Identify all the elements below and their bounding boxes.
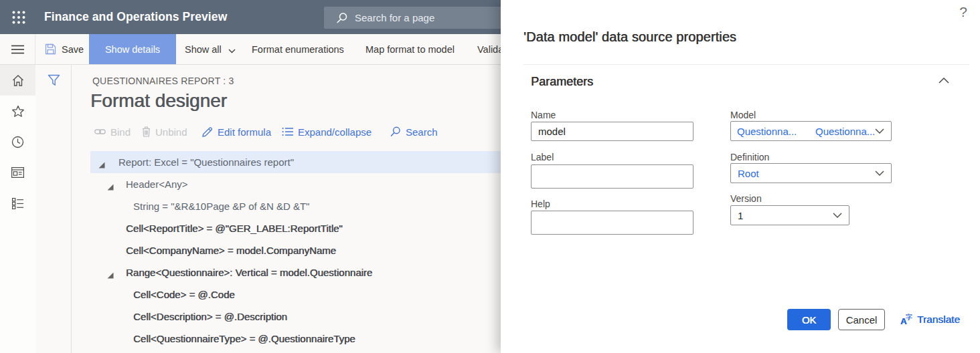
version-value: 1 bbox=[738, 210, 743, 221]
translate-label: Translate bbox=[917, 314, 960, 326]
definition-dropdown[interactable]: Root bbox=[730, 163, 892, 183]
toolbar-item-label: Format enumerations bbox=[252, 44, 344, 55]
chevron-down-icon bbox=[833, 213, 842, 218]
toolbar-item-label: Save bbox=[62, 44, 84, 55]
name-input[interactable] bbox=[531, 122, 693, 141]
save-icon bbox=[45, 43, 56, 55]
sidebar-item-home[interactable] bbox=[0, 65, 35, 96]
clock-icon bbox=[11, 136, 24, 148]
app-launcher-button[interactable] bbox=[9, 8, 28, 27]
chevron-down-icon bbox=[228, 45, 236, 55]
modules-icon bbox=[12, 198, 24, 209]
tree-row[interactable]: Cell<ReportTitle> = @"GER_LABEL:ReportTi… bbox=[90, 217, 501, 239]
model-value-link[interactable]: Questionna... bbox=[737, 126, 797, 137]
divider bbox=[523, 64, 969, 65]
tree-row-label: Cell<Description> = @.Description bbox=[133, 306, 287, 328]
page-caption: QUESTIONNAIRES REPORT : 3 bbox=[92, 76, 234, 86]
tree-row[interactable]: Cell<Description> = @.Description bbox=[90, 306, 501, 328]
action-edit-formula[interactable]: Edit formula bbox=[201, 124, 271, 140]
list-icon bbox=[282, 127, 293, 136]
bind-icon bbox=[94, 128, 106, 136]
version-dropdown[interactable]: 1 bbox=[730, 205, 849, 225]
unbind-icon bbox=[142, 126, 151, 137]
tree-row[interactable]: Header<Any> bbox=[90, 173, 501, 195]
translate-icon: A 字 bbox=[900, 314, 913, 326]
app-title: Finance and Operations Preview bbox=[44, 0, 227, 34]
action-bind: Bind bbox=[94, 124, 131, 140]
definition-field-label: Definition bbox=[730, 152, 892, 162]
sidebar-item-workspaces[interactable] bbox=[0, 157, 35, 188]
toolbar-item-save[interactable]: Save bbox=[45, 34, 84, 64]
toolbar-item-label: Show all bbox=[185, 44, 222, 55]
tree-row-label: String = "&R&10Page &P of &N &D &T" bbox=[133, 195, 309, 217]
tree-row-label: Cell<QuestionnaireType> = @.Questionnair… bbox=[133, 328, 355, 350]
action-label: Bind bbox=[110, 126, 131, 138]
action-label: Expand/collapse bbox=[298, 126, 372, 138]
tree-row[interactable]: String = "&R&10Page &P of &N &D &T" bbox=[90, 195, 501, 217]
toolbar-item-format-enumerations[interactable]: Format enumerations bbox=[252, 34, 344, 64]
action-expand-collapse[interactable]: Expand/collapse bbox=[282, 124, 372, 140]
definition-value: Root bbox=[738, 168, 759, 179]
sidebar-item-modules[interactable] bbox=[0, 188, 35, 219]
pencil-icon bbox=[201, 126, 213, 138]
filter-pane-button[interactable] bbox=[35, 65, 72, 96]
toolbar-item-label: Map format to model bbox=[365, 44, 455, 55]
data-source-properties-dialog: ? 'Data model' data source properties Pa… bbox=[501, 0, 980, 353]
help-input[interactable] bbox=[531, 211, 693, 235]
tree-row[interactable]: Cell<QuestionnaireType> = @.Questionnair… bbox=[90, 328, 501, 350]
tree-row[interactable]: Cell<Code> = @.Code bbox=[90, 283, 501, 306]
filter-pane-rail bbox=[35, 65, 72, 353]
format-tree: Report: Excel = "Questionnaires report"H… bbox=[72, 151, 501, 350]
chevron-up-icon[interactable] bbox=[938, 78, 949, 84]
model-dropdown[interactable]: Questionna... Questionna... bbox=[730, 121, 892, 141]
action-search[interactable]: Search bbox=[390, 124, 438, 140]
hamburger-icon bbox=[11, 45, 24, 54]
label-field-label: Label bbox=[531, 152, 693, 162]
ok-button[interactable]: OK bbox=[787, 309, 831, 330]
action-label: Search bbox=[406, 126, 438, 138]
translate-button[interactable]: A 字 Translate bbox=[900, 312, 960, 328]
toolbar-item-show-all[interactable]: Show all bbox=[185, 34, 236, 64]
name-field-label: Name bbox=[531, 110, 693, 120]
version-field-label: Version bbox=[730, 193, 849, 204]
toolbar-item-map-format-to-model[interactable]: Map format to model bbox=[365, 34, 455, 64]
workspace-icon bbox=[11, 167, 24, 178]
cancel-button[interactable]: Cancel bbox=[838, 309, 885, 330]
tree-row-label: Range<Questionnaire>: Vertical = model.Q… bbox=[126, 261, 372, 283]
model-field-label: Model bbox=[730, 110, 892, 120]
sidebar-item-recent[interactable] bbox=[0, 126, 35, 157]
label-input[interactable] bbox=[531, 164, 693, 189]
dialog-title: 'Data model' data source properties bbox=[523, 29, 736, 45]
home-icon bbox=[11, 74, 25, 87]
tree-row-label: Cell<Code> = @.Code bbox=[133, 283, 235, 306]
parameters-section-header[interactable]: Parameters bbox=[531, 75, 593, 89]
tree-row[interactable]: Report: Excel = "Questionnaires report" bbox=[90, 151, 501, 173]
tree-expand-icon[interactable] bbox=[107, 269, 114, 276]
svg-text:字: 字 bbox=[906, 314, 912, 321]
tree-row-label: Cell<ReportTitle> = @"GER_LABEL:ReportTi… bbox=[126, 217, 343, 239]
filter-funnel-icon bbox=[48, 74, 60, 86]
action-label: Edit formula bbox=[218, 126, 271, 138]
star-icon bbox=[11, 105, 25, 118]
search-icon bbox=[390, 126, 401, 137]
help-icon[interactable]: ? bbox=[959, 4, 967, 20]
sidebar-item-favorites[interactable] bbox=[0, 96, 35, 126]
tree-row-label: Cell<CompanyName> = model.CompanyName bbox=[126, 239, 336, 261]
action-label: Unbind bbox=[155, 126, 187, 138]
toolbar-item-show-details[interactable]: Show details bbox=[89, 34, 176, 64]
waffle-icon bbox=[11, 10, 26, 25]
page-title: Format designer bbox=[90, 90, 227, 112]
tree-row[interactable]: Cell<CompanyName> = model.CompanyName bbox=[90, 239, 501, 261]
action-unbind: Unbind bbox=[142, 124, 187, 140]
chevron-down-icon bbox=[875, 128, 884, 134]
left-nav-rail bbox=[0, 65, 35, 353]
model-description-link[interactable]: Questionna... bbox=[815, 126, 875, 137]
search-icon bbox=[336, 12, 348, 24]
chevron-down-icon bbox=[875, 170, 884, 176]
tree-row[interactable]: Range<Questionnaire>: Vertical = model.Q… bbox=[90, 261, 501, 283]
tree-expand-icon[interactable] bbox=[107, 181, 114, 188]
tree-row-label: Header<Any> bbox=[126, 173, 188, 195]
tree-expand-icon[interactable] bbox=[98, 159, 105, 166]
tree-row-label: Report: Excel = "Questionnaires report" bbox=[118, 151, 294, 173]
hamburger-menu-button[interactable] bbox=[0, 34, 35, 64]
